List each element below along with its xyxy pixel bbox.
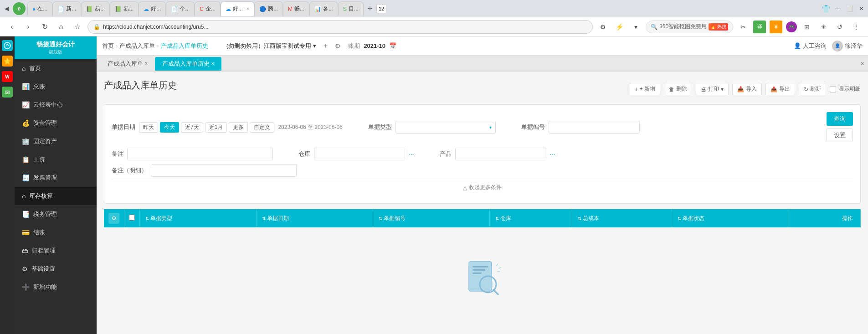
- col-number[interactable]: ⇅ 单据编号: [373, 209, 489, 227]
- sidebar-item-more[interactable]: ➕ 新增功能: [15, 278, 97, 296]
- number-input[interactable]: [549, 121, 640, 134]
- last7-btn[interactable]: 近7天: [181, 122, 203, 133]
- warehouse-dots[interactable]: ···: [409, 150, 414, 158]
- new-tab-button[interactable]: +: [364, 2, 376, 15]
- tab-12[interactable]: S 目...: [338, 1, 364, 16]
- import-button[interactable]: 📥 导入: [732, 83, 762, 95]
- last-month-btn[interactable]: 近1月: [205, 122, 227, 133]
- calendar-icon[interactable]: 📅: [389, 42, 396, 49]
- tab-8-active[interactable]: ☁ 好... ×: [221, 1, 254, 16]
- game-icon[interactable]: 🎮: [786, 21, 797, 32]
- col-total-cost[interactable]: ⇅ 总成本: [572, 209, 672, 227]
- tab-2[interactable]: 📄 新...: [52, 1, 81, 16]
- breadcrumb-list[interactable]: 产成品入库单: [119, 42, 155, 50]
- tab-8-close[interactable]: ×: [247, 6, 249, 11]
- home-button[interactable]: ⌂: [55, 21, 67, 33]
- tab-list-page[interactable]: 产成品入库单 ×: [100, 57, 155, 71]
- col-settings[interactable]: ⚙: [104, 209, 124, 227]
- print-button[interactable]: 🖨 打印 ▾: [696, 83, 729, 95]
- yuan-icon[interactable]: ¥: [770, 21, 782, 33]
- app-icon-circle[interactable]: [2, 40, 13, 51]
- panel-close-button[interactable]: ×: [860, 60, 864, 68]
- back-button[interactable]: ‹: [5, 21, 18, 33]
- sidebar-item-basic[interactable]: ⚙ 基础设置: [15, 260, 97, 278]
- sidebar-item-salary[interactable]: 📋 工资: [15, 150, 97, 169]
- display-toggle[interactable]: 显示明细: [830, 85, 861, 93]
- lightning-icon[interactable]: ⚡: [613, 21, 626, 33]
- sidebar-item-invoice[interactable]: 🧾 发票管理: [15, 169, 97, 187]
- add-company-button[interactable]: +: [324, 42, 328, 50]
- col-status[interactable]: ⇅ 单据状态: [672, 209, 788, 227]
- warehouse-input[interactable]: [314, 148, 405, 160]
- add-button[interactable]: + + 新增: [630, 83, 660, 95]
- display-checkbox[interactable]: [830, 86, 836, 92]
- tab-history-page[interactable]: 产成品入库单历史 ×: [155, 57, 221, 71]
- col-warehouse[interactable]: ⇅ 仓库: [489, 209, 572, 227]
- extensions-icon[interactable]: ⚙: [596, 21, 609, 33]
- weibo-icon[interactable]: W: [2, 71, 13, 82]
- bookmark-button[interactable]: ☆: [71, 21, 84, 33]
- delete-button[interactable]: 🗑 删除: [664, 83, 692, 95]
- tab-7[interactable]: C 企...: [195, 1, 221, 16]
- tab-6[interactable]: 📄 个...: [166, 1, 195, 16]
- sidebar-item-settle[interactable]: 💳 结账: [15, 223, 97, 242]
- user-support[interactable]: 👤 人工咨询: [794, 42, 827, 50]
- settings-button[interactable]: 设置: [827, 128, 853, 142]
- app-logo[interactable]: e: [13, 2, 26, 15]
- tab-1[interactable]: ● 在...: [27, 1, 52, 16]
- breadcrumb-home[interactable]: 首页: [102, 42, 114, 50]
- export-button[interactable]: 📤 导出: [765, 83, 795, 95]
- sidebar-item-fixed[interactable]: 🏢 固定资产: [15, 132, 97, 150]
- tab-9[interactable]: 🔵 腾...: [254, 1, 283, 16]
- col-type[interactable]: ⇅ 单据类型: [140, 209, 257, 227]
- sidebar-item-funds[interactable]: 💰 资金管理: [15, 114, 97, 132]
- today-btn[interactable]: 今天: [160, 122, 179, 133]
- search-box[interactable]: 🔍 360智能抠图免费用 🔥 热搜: [646, 21, 733, 33]
- company-selector[interactable]: (勿删勿禁用）江西版宝测试专用 ▾: [226, 42, 316, 50]
- refresh-button[interactable]: ↻ 刷新: [799, 83, 826, 95]
- type-dropdown[interactable]: ▾: [395, 121, 496, 134]
- tab-4[interactable]: 📗 易...: [110, 1, 139, 16]
- maximize-button[interactable]: ⬜: [845, 4, 854, 13]
- tab-5[interactable]: ☁ 好...: [139, 1, 166, 16]
- more-settings-icon[interactable]: ⋮: [850, 21, 863, 33]
- grid-icon[interactable]: ⊞: [801, 21, 813, 33]
- col-checkbox[interactable]: [124, 209, 140, 227]
- note-input[interactable]: [127, 148, 273, 160]
- theme-icon[interactable]: ☀: [817, 21, 830, 33]
- select-all-checkbox[interactable]: [129, 215, 135, 221]
- sidebar-item-general[interactable]: 📊 总账: [15, 77, 97, 96]
- custom-btn[interactable]: 自定义: [250, 122, 274, 133]
- translate-icon[interactable]: 译: [753, 21, 766, 33]
- sidebar-item-archive[interactable]: 🗃 归档管理: [15, 242, 97, 260]
- tab-10[interactable]: M 畅...: [283, 1, 309, 16]
- minimize-button[interactable]: —: [833, 4, 842, 13]
- list-tab-close[interactable]: ×: [145, 61, 148, 66]
- sidebar-item-home[interactable]: ⌂ 首页: [15, 59, 97, 77]
- forward-button[interactable]: ›: [22, 21, 35, 33]
- sidebar-item-reports[interactable]: 📈 云报表中心: [15, 96, 97, 114]
- yesterday-btn[interactable]: 昨天: [139, 122, 158, 133]
- refresh-button[interactable]: ↻: [38, 21, 51, 33]
- address-bar-input[interactable]: 🔒 https://cloud.chanjet.com/accounting/u…: [87, 20, 593, 34]
- sidebar-item-inventory[interactable]: ⌂ 库存核算: [15, 187, 97, 205]
- collapse-button[interactable]: △ 收起更多条件: [459, 182, 505, 193]
- settings-gear-icon[interactable]: ⚙: [335, 42, 341, 50]
- star-icon[interactable]: ⭐: [2, 56, 13, 67]
- address-dropdown[interactable]: ▾: [629, 21, 642, 33]
- note-detail-input[interactable]: [151, 164, 297, 177]
- col-date[interactable]: ⇅ 单据日期: [256, 209, 373, 227]
- scissors-icon[interactable]: ✂: [737, 21, 750, 33]
- product-dots[interactable]: ···: [550, 150, 555, 158]
- user-avatar-area[interactable]: 👤 徐泽华: [832, 41, 863, 51]
- history-tab-close[interactable]: ×: [211, 61, 214, 66]
- email-icon[interactable]: ✉: [2, 87, 13, 98]
- product-input[interactable]: [455, 148, 546, 160]
- tab-3[interactable]: 📗 易...: [81, 1, 110, 16]
- sidebar-item-tax[interactable]: 📑 税务管理: [15, 205, 97, 223]
- query-button[interactable]: 查询: [827, 112, 853, 126]
- close-button[interactable]: ✕: [857, 4, 866, 13]
- column-settings-btn[interactable]: ⚙: [108, 213, 119, 224]
- undo-icon[interactable]: ↺: [833, 21, 846, 33]
- tab-11[interactable]: 📊 各...: [309, 1, 338, 16]
